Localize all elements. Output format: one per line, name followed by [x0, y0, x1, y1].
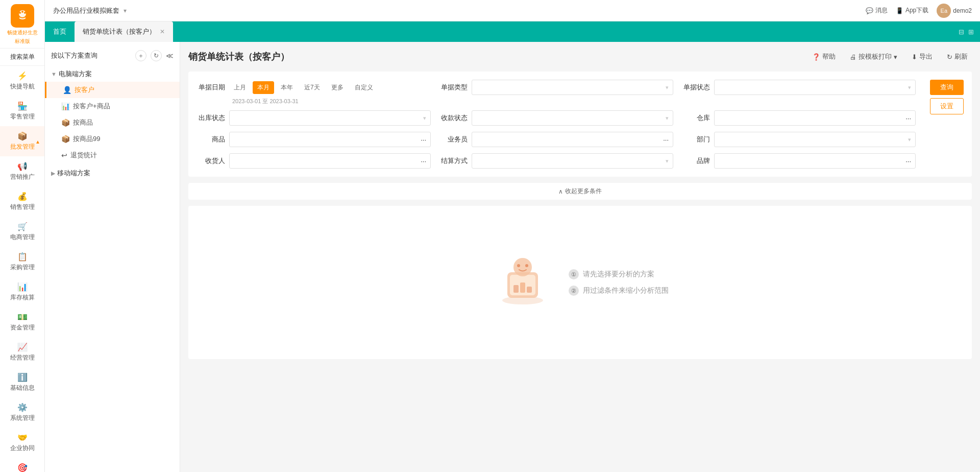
by-customer-icon: 👤	[63, 86, 71, 94]
basic-label: 基础信息	[10, 384, 35, 392]
app-name: 畅捷通好生意	[7, 29, 38, 36]
panel-add-btn[interactable]: ＋	[135, 50, 146, 61]
user-action[interactable]: Ea demo2	[937, 4, 972, 18]
sidebar-item-quick-nav[interactable]: ⚡ 快捷导航	[0, 66, 44, 96]
settlement-select[interactable]: ▾	[472, 153, 673, 169]
dept-select[interactable]: ▾	[714, 132, 916, 147]
finance-label: 资金管理	[10, 323, 35, 332]
doc-status-select[interactable]: ▾	[714, 80, 916, 95]
help-btn[interactable]: ❓ 帮助	[808, 50, 840, 63]
help-icon: ❓	[812, 53, 820, 61]
action-buttons: 查询 设置	[930, 80, 964, 114]
quick-nav-label: 快捷导航	[10, 82, 35, 91]
by-customer-goods-icon: 📊	[61, 102, 70, 110]
filter-row-3: 商品 ··· 业务员 ···	[197, 132, 916, 147]
brand-label: 品牌	[681, 156, 710, 166]
receipt-select[interactable]: ▾	[472, 110, 673, 126]
goods-dots: ···	[421, 136, 426, 144]
sidebar-item-inventory[interactable]: 📊 库存核算	[0, 277, 44, 307]
left-panel: 按以下方案查询 ＋ ↻ ≪ ▼ 电脑端方案 👤 按客户 📊 按	[45, 42, 180, 472]
empty-step-2: ② 用过滤条件来缩小分析范围	[569, 286, 669, 296]
finance-icon: 💵	[17, 312, 28, 322]
app-download-icon: 📱	[896, 7, 903, 14]
date-btn-more[interactable]: 更多	[327, 81, 348, 94]
desktop-section-header[interactable]: ▼ 电脑端方案	[45, 66, 180, 82]
tree-item-return-stats[interactable]: ↩ 退货统计	[45, 147, 180, 163]
receipt-label: 收款状态	[439, 113, 468, 123]
svg-point-3	[24, 12, 26, 14]
sidebar-item-ecommerce[interactable]: 🛒 电商管理	[0, 217, 44, 247]
maximize-icon[interactable]: ⊞	[968, 28, 974, 36]
header-dropdown-icon[interactable]: ▾	[124, 7, 127, 14]
print-icon: 🖨	[850, 53, 856, 61]
header-right: 💬 消息 📱 App下载 Ea demo2	[866, 4, 972, 18]
tree-item-by-goods[interactable]: 📦 按商品	[45, 114, 180, 131]
sidebar-item-collab[interactable]: 🤝 企业协同	[0, 428, 44, 458]
brand-dots: ···	[905, 157, 911, 165]
search-menu-label[interactable]: 搜索菜单	[10, 53, 35, 61]
panel-refresh-btn[interactable]: ↻	[151, 50, 162, 61]
mobile-section-header[interactable]: ▶ 移动端方案	[45, 166, 180, 181]
marketing-label: 营销推广	[10, 173, 35, 181]
system-label: 系统管理	[10, 414, 35, 422]
receiver-input[interactable]: ···	[229, 153, 431, 169]
staff-input[interactable]: ···	[472, 132, 673, 147]
date-btn-last-month[interactable]: 上月	[229, 81, 251, 94]
svg-rect-10	[513, 285, 519, 293]
sidebar-item-sales[interactable]: 💰 销售管理	[0, 186, 44, 217]
tree-item-by-customer[interactable]: 👤 按客户	[45, 82, 180, 98]
by-goods-99-label: 按商品99	[73, 134, 100, 144]
query-btn[interactable]: 查询	[930, 80, 964, 95]
tab-home[interactable]: 首页	[45, 21, 75, 42]
filter-receipt: 收款状态 ▾	[439, 110, 673, 126]
sidebar-item-operations[interactable]: 📈 经营管理	[0, 337, 44, 367]
doc-type-select[interactable]: ▾	[472, 80, 673, 95]
panel-title: 按以下方案查询	[51, 51, 97, 60]
sidebar-item-system[interactable]: ⚙️ 系统管理	[0, 397, 44, 428]
date-btn-this-year[interactable]: 本年	[276, 81, 298, 94]
filter-goods: 商品 ···	[197, 132, 431, 147]
sidebar-item-wholesale[interactable]: 📦 批发管理 ▲	[0, 126, 44, 156]
refresh-btn[interactable]: ↻ 刷新	[943, 50, 972, 63]
mobile-arrow: ▶	[51, 170, 55, 177]
collapse-bar[interactable]: ∧ 收起更多条件	[188, 183, 972, 200]
minimize-icon[interactable]: ⊟	[959, 28, 964, 36]
outstock-select[interactable]: ▾	[229, 110, 431, 126]
panel-collapse-btn[interactable]: ≪	[166, 52, 174, 60]
operations-icon: 📈	[17, 342, 28, 352]
tab-sales-stat[interactable]: 销货单统计表（按客户） ✕	[75, 21, 173, 42]
username-label: demo2	[953, 7, 972, 14]
app-download-action[interactable]: 📱 App下载	[896, 6, 928, 15]
outstock-arrow: ▾	[423, 115, 426, 122]
tab-bar: 首页 销货单统计表（按客户） ✕ ⊟ ⊞	[45, 21, 980, 42]
message-action[interactable]: 💬 消息	[866, 6, 888, 15]
tab-close-icon[interactable]: ✕	[160, 28, 165, 35]
tab-expand[interactable]: ⊟ ⊞	[952, 28, 980, 36]
sidebar-item-basic[interactable]: ℹ️ 基础信息	[0, 367, 44, 397]
tree-item-by-customer-goods[interactable]: 📊 按客户+商品	[45, 98, 180, 114]
sidebar-nav: ⚡ 快捷导航 🏪 零售管理 📦 批发管理 ▲ 📢 营销推广 💰 销售管理 🛒 电…	[0, 66, 44, 472]
return-stats-label: 退货统计	[70, 151, 97, 160]
export-btn[interactable]: ⬇ 导出	[908, 50, 937, 63]
date-btn-7days[interactable]: 近7天	[300, 81, 325, 94]
filter-section: 单据日期 上月 本月 本年 近7天 更多 自定义	[188, 72, 972, 177]
brand-input[interactable]: ···	[714, 153, 916, 169]
goods-input[interactable]: ···	[229, 132, 431, 147]
tree-item-by-goods-99[interactable]: 📦 按商品99	[45, 131, 180, 147]
ecommerce-label: 电商管理	[10, 233, 35, 242]
settings-btn[interactable]: 设置	[930, 98, 964, 114]
filter-row-1: 单据日期 上月 本月 本年 近7天 更多 自定义	[197, 80, 916, 95]
warehouse-input[interactable]: ···	[714, 110, 916, 126]
collapse-arrow: ∧	[558, 188, 563, 195]
sidebar-item-retail[interactable]: 🏪 零售管理	[0, 96, 44, 126]
header-left: 办公用品行业模拟账套 ▾	[53, 6, 127, 15]
date-btn-custom[interactable]: 自定义	[350, 81, 378, 94]
template-print-btn[interactable]: 🖨 按模板打印 ▾	[846, 50, 901, 63]
sidebar-item-finance[interactable]: 💵 资金管理	[0, 307, 44, 337]
sidebar-item-guide[interactable]: 🎯 新手引导	[0, 458, 44, 472]
date-btn-this-month[interactable]: 本月	[253, 81, 274, 94]
empty-step-1: ① 请先选择要分析的方案	[569, 269, 669, 279]
sidebar-item-marketing[interactable]: 📢 营销推广	[0, 156, 44, 186]
sidebar-item-purchase[interactable]: 📋 采购管理	[0, 247, 44, 277]
sidebar-search[interactable]: 搜索菜单	[0, 49, 44, 66]
